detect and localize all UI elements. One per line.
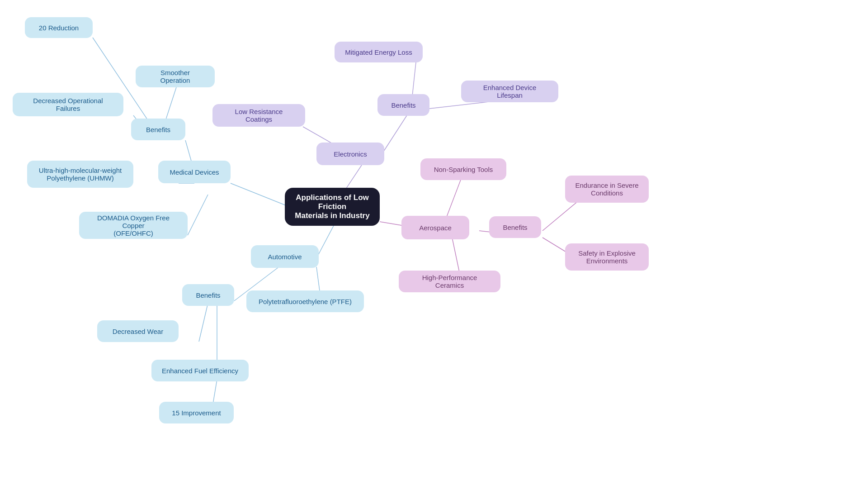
mitig-energy-label: Mitigated Energy Loss	[345, 48, 412, 56]
enh-device-node: Enhanced Device Lifespan	[461, 81, 558, 102]
center-label: Applications of Low Friction Materials i…	[294, 193, 371, 220]
electronics-label: Electronics	[334, 150, 367, 158]
safety-exp-label: Safety in Explosive Environments	[578, 249, 636, 265]
aerospace-node: Aerospace	[401, 216, 469, 239]
reduction-20-node: 20 Reduction	[25, 17, 93, 38]
svg-line-12	[318, 224, 335, 256]
mitig-energy-node: Mitigated Energy Loss	[335, 42, 423, 62]
smoother-operation-node: Smoother Operation	[136, 66, 215, 87]
center-node: Applications of Low Friction Materials i…	[285, 188, 380, 226]
uhmw-label: Ultra-high-molecular-weight Polyethylene…	[39, 167, 122, 182]
benefits-elec-node: Benefits	[377, 94, 429, 116]
domadia-label: DOMADIA Oxygen Free Copper (OFE/OHFC)	[88, 214, 179, 237]
ptfe-node: Polytetrafluoroethylene (PTFE)	[246, 290, 364, 312]
dec-wear-label: Decreased Wear	[113, 328, 163, 335]
benefits-elec-label: Benefits	[391, 101, 415, 109]
ptfe-label: Polytetrafluoroethylene (PTFE)	[259, 298, 352, 305]
uhmw-node: Ultra-high-molecular-weight Polyethylene…	[27, 161, 133, 188]
benefits-aero-label: Benefits	[503, 224, 527, 231]
non-spark-label: Non-Sparking Tools	[434, 166, 493, 173]
hi-perf-cer-node: High-Performance Ceramics	[399, 271, 500, 292]
endurance-node: Endurance in Severe Conditions	[565, 176, 649, 203]
medical-devices-label: Medical Devices	[170, 168, 219, 176]
dec-wear-node: Decreased Wear	[97, 320, 179, 342]
benefits-medical-label: Benefits	[146, 126, 170, 133]
hi-perf-cer-label: High-Performance Ceramics	[408, 274, 491, 289]
smoother-operation-label: Smoother Operation	[145, 69, 206, 84]
dec-op-fail-node: Decreased Operational Failures	[13, 93, 123, 116]
enh-fuel-label: Enhanced Fuel Efficiency	[162, 367, 238, 375]
svg-line-6	[188, 195, 208, 235]
benefits-medical-node: Benefits	[131, 119, 185, 140]
endurance-label: Endurance in Severe Conditions	[575, 181, 638, 197]
svg-line-9	[382, 115, 407, 154]
aerospace-label: Aerospace	[419, 224, 452, 232]
svg-line-15	[199, 303, 208, 342]
non-spark-node: Non-Sparking Tools	[420, 158, 506, 180]
benefits-auto-label: Benefits	[196, 291, 220, 299]
improvement-15-label: 15 Improvement	[172, 409, 221, 417]
benefits-aero-node: Benefits	[489, 216, 541, 238]
medical-devices-node: Medical Devices	[158, 161, 231, 183]
domadia-node: DOMADIA Oxygen Free Copper (OFE/OHFC)	[79, 212, 188, 239]
safety-exp-node: Safety in Explosive Environments	[565, 243, 649, 271]
improvement-15-node: 15 Improvement	[159, 402, 234, 423]
automotive-node: Automotive	[251, 245, 319, 268]
reduction-20-label: 20 Reduction	[39, 24, 79, 32]
low-res-coat-label: Low Resistance Coatings	[222, 108, 296, 123]
electronics-node: Electronics	[316, 143, 384, 165]
svg-line-11	[429, 101, 493, 109]
dec-op-fail-label: Decreased Operational Failures	[22, 97, 114, 112]
automotive-label: Automotive	[268, 253, 302, 261]
enh-fuel-node: Enhanced Fuel Efficiency	[151, 360, 249, 381]
enh-device-label: Enhanced Device Lifespan	[470, 84, 549, 99]
low-res-coat-node: Low Resistance Coatings	[212, 104, 305, 127]
benefits-auto-node: Benefits	[182, 284, 234, 306]
